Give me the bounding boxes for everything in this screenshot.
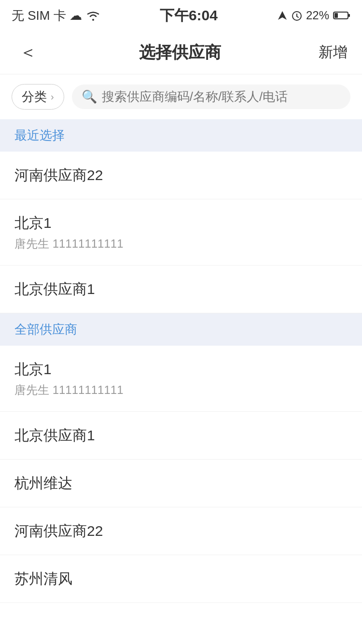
list-item[interactable]: 北京供应商1 xyxy=(0,266,362,313)
item-name: 北京供应商1 xyxy=(14,279,348,299)
search-input[interactable] xyxy=(102,89,341,104)
item-name: 苏州清风 xyxy=(14,569,348,589)
svg-rect-6 xyxy=(348,14,350,17)
filter-row: 分类 › 🔍 xyxy=(0,74,362,119)
svg-line-3 xyxy=(297,16,298,17)
list-item[interactable]: 北京供应商1 xyxy=(0,412,362,460)
list-item[interactable]: 苏州清风 xyxy=(0,555,362,603)
item-name: 河南供应商22 xyxy=(14,165,348,185)
search-icon: 🔍 xyxy=(82,89,97,104)
status-bar: 无 SIM 卡 ☁ 下午6:04 22% xyxy=(0,0,362,31)
sim-status: 无 SIM 卡 ☁ xyxy=(12,7,82,24)
nav-bar: ＜ 选择供应商 新增 xyxy=(0,31,362,74)
list-item[interactable]: 河南供应商22 xyxy=(0,507,362,555)
list-item[interactable]: 河南供应商22 xyxy=(0,152,362,199)
list-item[interactable]: 杭州维达 xyxy=(0,460,362,507)
item-name: 北京供应商1 xyxy=(14,425,348,446)
item-name: 北京1 xyxy=(14,359,348,379)
item-name: 杭州维达 xyxy=(14,473,348,493)
battery-icon xyxy=(333,11,350,20)
item-name: 北京1 xyxy=(14,213,348,233)
page-title: 选择供应商 xyxy=(139,42,221,64)
list-item[interactable]: 北京1唐先生 11111111111 xyxy=(0,346,362,412)
search-box[interactable]: 🔍 xyxy=(72,84,350,109)
svg-rect-5 xyxy=(334,13,338,18)
all-section-header: 全部供应商 xyxy=(0,313,362,346)
wifi-icon xyxy=(86,10,100,21)
svg-marker-0 xyxy=(278,11,287,20)
back-button[interactable]: ＜ xyxy=(14,36,42,69)
recent-section-header: 最近选择 xyxy=(0,119,362,152)
status-left: 无 SIM 卡 ☁ xyxy=(12,7,100,24)
battery-percent: 22% xyxy=(306,9,329,22)
status-right: 22% xyxy=(277,9,350,22)
item-name: 河南供应商22 xyxy=(14,521,348,541)
category-label: 分类 xyxy=(22,88,47,105)
all-list: 北京1唐先生 11111111111北京供应商1杭州维达河南供应商22苏州清风 xyxy=(0,346,362,603)
location-icon xyxy=(277,10,288,21)
alarm-icon xyxy=(292,10,302,21)
item-sub: 唐先生 11111111111 xyxy=(14,236,348,252)
add-button[interactable]: 新增 xyxy=(319,42,348,62)
status-time: 下午6:04 xyxy=(160,6,218,26)
chevron-right-icon: › xyxy=(51,91,54,102)
category-filter[interactable]: 分类 › xyxy=(12,84,64,110)
item-sub: 唐先生 11111111111 xyxy=(14,382,348,398)
recent-list: 河南供应商22北京1唐先生 11111111111北京供应商1 xyxy=(0,152,362,313)
list-item[interactable]: 北京1唐先生 11111111111 xyxy=(0,199,362,266)
